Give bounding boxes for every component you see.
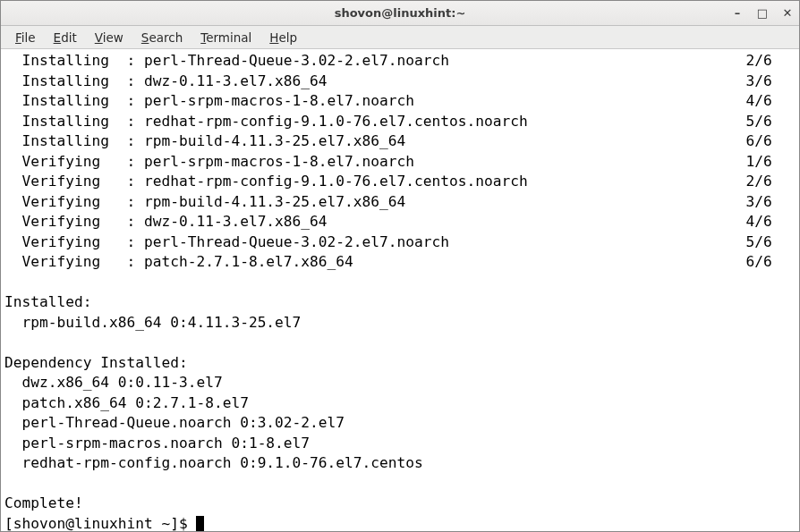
menu-edit[interactable]: Edit xyxy=(45,28,86,47)
terminal-cursor xyxy=(196,516,204,532)
window-title: shovon@linuxhint:~ xyxy=(335,6,466,20)
window-titlebar: shovon@linuxhint:~ – □ ✕ xyxy=(1,1,799,26)
window-controls: – □ ✕ xyxy=(731,1,794,25)
shell-prompt: [shovon@linuxhint ~]$ xyxy=(4,515,196,532)
maximize-icon[interactable]: □ xyxy=(756,7,769,20)
menu-file[interactable]: File xyxy=(6,28,45,47)
menu-terminal[interactable]: Terminal xyxy=(191,28,260,47)
menu-help[interactable]: Help xyxy=(260,28,306,47)
menubar: File Edit View Search Terminal Help xyxy=(1,26,799,49)
minimize-icon[interactable]: – xyxy=(731,7,744,20)
terminal-viewport[interactable]: Installing : perl-Thread-Queue-3.02-2.el… xyxy=(1,49,799,531)
menu-search[interactable]: Search xyxy=(132,28,191,47)
menu-view[interactable]: View xyxy=(86,28,132,47)
close-icon[interactable]: ✕ xyxy=(781,7,794,20)
terminal-output: Installing : perl-Thread-Queue-3.02-2.el… xyxy=(4,51,796,531)
